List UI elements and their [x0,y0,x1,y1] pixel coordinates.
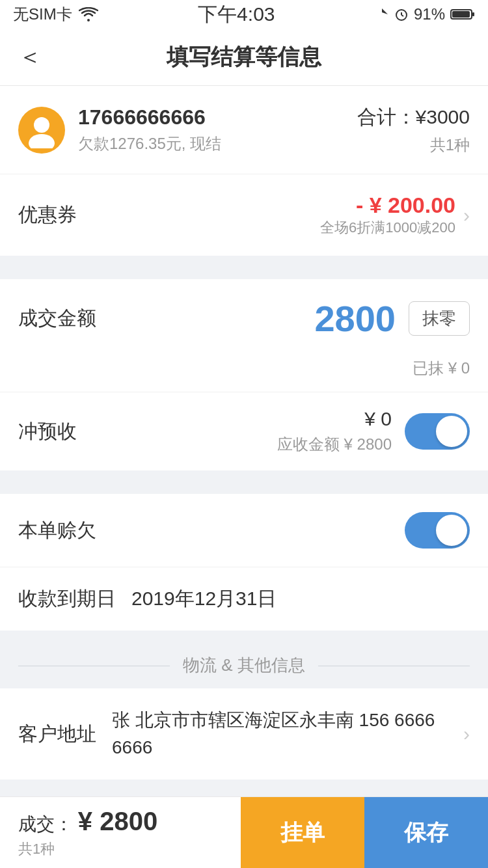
transaction-label: 成交金额 [18,305,96,332]
prepaid-amount: ¥ 0 [364,408,392,430]
summary-prefix: 成交： [18,814,73,834]
svg-line-2 [401,15,403,16]
nav-bar: ＜ 填写结算等信息 [0,29,488,86]
avatar [18,107,65,154]
save-button[interactable]: 保存 [364,797,488,869]
status-right: 91% [375,5,475,23]
address-chevron-icon: › [463,723,470,745]
location-icon [375,7,389,21]
address-row[interactable]: 客户地址 张 北京市市辖区海淀区永丰南 156 6666 6666 › [0,688,488,780]
address-label: 客户地址 [18,721,96,748]
avatar-icon [23,112,60,148]
logistics-divider: 物流 & 其他信息 [0,642,488,688]
debt-row: 本单赊欠 [0,494,488,567]
battery-icon [450,8,475,21]
section-divider-1 [0,267,488,279]
address-card: 客户地址 张 北京市市辖区海淀区永丰南 156 6666 6666 › [0,688,488,780]
due-date-value: 2019年12月31日 [131,586,277,612]
transaction-amount: 2800 [314,297,396,340]
user-total-amount: 合计：¥3000 [357,104,470,131]
prepaid-label: 冲预收 [18,418,77,445]
due-date-label: 收款到期日 [18,586,116,612]
user-details: 17666666666 欠款1276.35元, 现结 [78,105,357,154]
prepaid-toggle[interactable] [405,413,470,450]
svg-point-6 [34,117,49,133]
back-button[interactable]: ＜ [18,41,42,73]
svg-point-7 [29,134,55,148]
chevron-right-icon: › [463,204,470,226]
user-total: 合计：¥3000 共1种 [357,104,470,156]
coupon-desc: 全场6折满1000减200 [320,218,455,237]
address-value: 张 北京市市辖区海淀区永丰南 156 6666 6666 [112,707,455,761]
round-button[interactable]: 抹零 [409,301,470,336]
section-divider-2 [0,482,488,494]
hold-button[interactable]: 挂单 [241,797,364,869]
summary-amount: ¥ 2800 [78,807,157,835]
toggle-knob [436,416,467,447]
prepaid-right: ¥ 0 应收金额 ¥ 2800 [277,408,470,455]
debt-toggle-knob [436,515,467,546]
due-date-row: 收款到期日 2019年12月31日 [0,567,488,631]
status-bar: 无SIM卡 下午4:03 91% [0,0,488,29]
logistics-label: 物流 & 其他信息 [170,654,318,677]
user-debt: 欠款1276.35元, 现结 [78,133,357,154]
amount-row: 成交金额 2800 抹零 [0,279,488,358]
coupon-row[interactable]: 优惠券 - ¥ 200.00 全场6折满1000减200 › [0,174,488,256]
alarm-icon [394,7,409,21]
coupon-right: - ¥ 200.00 全场6折满1000减200 › [320,193,470,237]
battery-text: 91% [414,5,445,23]
amount-value-group: 2800 抹零 [314,297,470,340]
debt-label: 本单赊欠 [18,517,96,544]
content-area: 17666666666 欠款1276.35元, 现结 合计：¥3000 共1种 … [0,86,488,868]
no-sim-text: 无SIM卡 [13,4,72,25]
coupon-amount: - ¥ 200.00 [320,193,455,218]
prepaid-sub: 应收金额 ¥ 2800 [277,434,392,455]
prepaid-amounts: ¥ 0 应收金额 ¥ 2800 [277,408,392,455]
user-info-row: 17666666666 欠款1276.35元, 现结 合计：¥3000 共1种 [0,86,488,174]
user-total-count: 共1种 [357,135,470,156]
summary-count: 共1种 [18,839,223,859]
coupon-label: 优惠券 [18,202,77,228]
bottom-summary: 成交： ¥ 2800 共1种 [0,807,241,859]
page-title: 填写结算等信息 [167,42,321,72]
user-info-card: 17666666666 欠款1276.35元, 现结 合计：¥3000 共1种 … [0,86,488,256]
prepaid-row: 冲预收 ¥ 0 应收金额 ¥ 2800 [0,392,488,470]
transaction-card: 成交金额 2800 抹零 已抹 ¥ 0 冲预收 ¥ 0 应收金额 ¥ 2800 [0,279,488,470]
debt-card: 本单赊欠 收款到期日 2019年12月31日 [0,494,488,631]
bottom-summary-line: 成交： ¥ 2800 [18,807,223,837]
status-left: 无SIM卡 [13,4,98,25]
user-phone: 17666666666 [78,105,357,129]
svg-rect-4 [472,12,474,16]
svg-rect-5 [452,11,470,18]
bottom-bar: 成交： ¥ 2800 共1种 挂单 保存 [0,796,488,868]
wifi-icon [79,7,98,21]
transaction-sub: 已抹 ¥ 0 [0,358,488,392]
debt-toggle[interactable] [405,512,470,549]
status-time: 下午4:03 [198,1,275,28]
